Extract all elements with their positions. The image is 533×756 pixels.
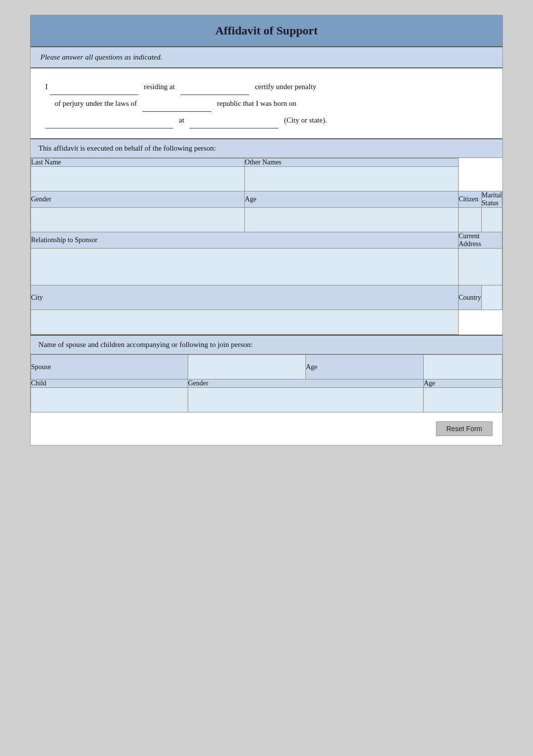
form-title: Affidavit of Support: [40, 24, 493, 37]
city-state-field[interactable]: [190, 112, 278, 128]
behalf-header: This affidavit is executed on behalf of …: [31, 139, 502, 158]
spouse-name-input[interactable]: [188, 355, 305, 379]
spouse-age-input[interactable]: [424, 355, 502, 379]
country-header: Country: [458, 285, 481, 310]
child-header: Child: [31, 379, 188, 388]
child-gender-input[interactable]: [188, 388, 424, 412]
behalf-text: This affidavit is executed on behalf of …: [38, 144, 216, 152]
city-header: City: [31, 285, 459, 310]
perjury-certify: certify under penalty: [255, 83, 316, 91]
perjury-of: of perjury under the laws of: [55, 99, 137, 107]
last-name-header: Last Name: [31, 158, 245, 167]
child-gender-header: Gender: [188, 379, 424, 388]
city-input[interactable]: [31, 310, 459, 335]
reset-button[interactable]: Reset Form: [436, 421, 493, 436]
current-address-header: Current Address: [458, 232, 502, 249]
spouse-children-text: Name of spouse and children accompanying…: [38, 341, 253, 348]
button-row: Reset Form: [31, 412, 502, 445]
child-name-input[interactable]: [31, 388, 188, 412]
other-names-input[interactable]: [245, 167, 459, 191]
last-name-input[interactable]: [31, 167, 245, 191]
perjury-republic: republic that I was born on: [217, 99, 296, 107]
spouse-header: Spouse: [31, 355, 188, 379]
perjury-at: at: [179, 116, 184, 124]
spouse-age-header: Age: [305, 355, 423, 379]
instruction-row: Please answer all questions as indicated…: [31, 47, 502, 68]
gender-header: Gender: [31, 191, 245, 208]
age-input[interactable]: [245, 208, 459, 232]
child-age-header: Age: [424, 379, 502, 388]
relationship-input[interactable]: [31, 249, 459, 285]
perjury-residing: residing at: [144, 83, 175, 91]
perjury-section: I residing at certify under penalty of p…: [31, 68, 502, 139]
marital-status-header: Marital Status: [481, 191, 502, 208]
gender-input[interactable]: [31, 208, 245, 232]
residing-field[interactable]: [180, 78, 249, 95]
spouse-table: Spouse Age Child Gender Age: [31, 354, 502, 412]
perjury-city-state: (City or state).: [284, 116, 327, 124]
child-age-input[interactable]: [424, 388, 502, 412]
country-input[interactable]: [481, 285, 502, 310]
marital-status-input[interactable]: [481, 208, 502, 232]
form-header: Affidavit of Support: [31, 15, 502, 47]
name-field[interactable]: [50, 78, 138, 95]
form-page: Affidavit of Support Please answer all q…: [30, 15, 503, 445]
perjury-i: I: [45, 83, 48, 91]
citizen-header: Citizen: [458, 191, 481, 208]
instruction-text: Please answer all questions as indicated…: [40, 53, 162, 61]
age-header: Age: [245, 191, 459, 208]
current-address-input[interactable]: [458, 249, 502, 285]
name-table: Last Name Other Names Gender Age Citizen…: [31, 158, 502, 335]
spouse-children-header: Name of spouse and children accompanying…: [31, 335, 502, 354]
citizen-input[interactable]: [458, 208, 481, 232]
other-names-header: Other Names: [245, 158, 459, 167]
born-date-field[interactable]: [45, 112, 173, 128]
laws-field[interactable]: [142, 95, 211, 112]
relationship-header: Relationship to Sponsor: [31, 232, 459, 249]
